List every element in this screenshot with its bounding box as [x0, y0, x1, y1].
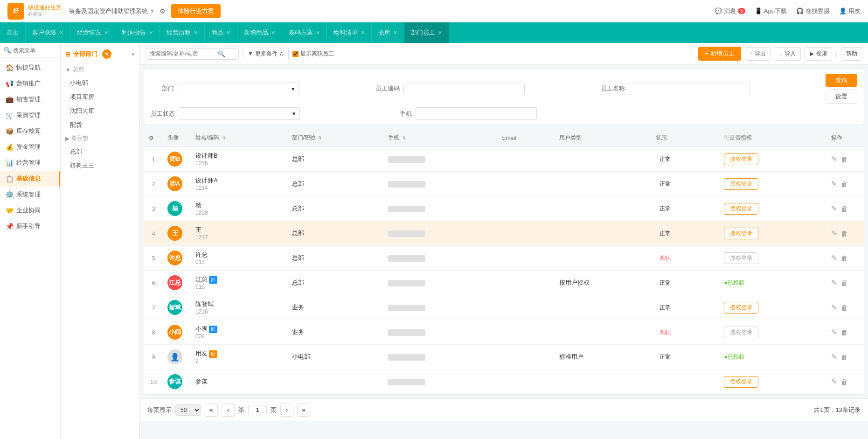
close-icon[interactable]: ✕: [149, 30, 153, 36]
help-button[interactable]: 帮助: [841, 47, 862, 61]
message-button[interactable]: 💬 消息 5: [715, 7, 745, 15]
dept-item-zongbu2[interactable]: 总部: [61, 145, 139, 159]
first-page-button[interactable]: «: [205, 404, 218, 417]
sidebar-item-collab[interactable]: 🤝 企业协同: [0, 202, 60, 218]
user-area[interactable]: 👤 用友: [839, 7, 861, 15]
close-icon[interactable]: ✕: [361, 30, 365, 36]
show-former-checkbox[interactable]: [292, 51, 299, 57]
delete-icon[interactable]: 🗑: [841, 328, 848, 336]
show-former-label[interactable]: 显示离职员工: [292, 50, 334, 58]
close-icon[interactable]: ✕: [393, 30, 397, 36]
edit-icon[interactable]: ✎: [831, 155, 837, 163]
th-phone[interactable]: 手机 ⇅: [383, 129, 497, 147]
edit-icon[interactable]: ✎: [831, 229, 837, 237]
edit-icon[interactable]: ✎: [831, 279, 837, 287]
sidebar-item-sales[interactable]: 💼 销售管理: [0, 91, 60, 107]
page-input[interactable]: [248, 405, 267, 415]
auth-login-button[interactable]: 授权登录: [724, 153, 758, 165]
auth-login-button[interactable]: 授权登录: [724, 376, 758, 388]
trial-button[interactable]: 体验行业方案: [171, 4, 221, 18]
next-page-button[interactable]: ›: [280, 404, 293, 417]
tab-operation[interactable]: 经营情况✕: [70, 22, 115, 43]
name-filter-input[interactable]: [629, 83, 750, 95]
edit-icon[interactable]: ✎: [831, 180, 837, 188]
tab-employee[interactable]: 部门员工✕: [404, 22, 449, 43]
prev-page-button[interactable]: ‹: [222, 404, 235, 417]
export-button[interactable]: ↑ 导出: [745, 47, 771, 61]
edit-icon[interactable]: ✎: [831, 328, 837, 336]
th-name[interactable]: 姓名/编码 ⇅: [191, 129, 287, 147]
close-icon[interactable]: ✕: [104, 30, 108, 36]
online-service-button[interactable]: 🎧 在线客服: [796, 7, 830, 15]
edit-icon[interactable]: ✎: [831, 303, 837, 312]
delete-icon[interactable]: 🗑: [841, 353, 848, 361]
filter-setting-button[interactable]: 设置: [826, 90, 857, 104]
sidebar-item-purchase[interactable]: 🛒 采购管理: [0, 107, 60, 123]
more-conditions-button[interactable]: ▼ 更多条件 ∧: [243, 48, 289, 60]
auth-login-button[interactable]: 授权登录: [724, 228, 758, 239]
gear-icon[interactable]: ⚙: [160, 7, 166, 15]
sidebar-item-system[interactable]: ⚙️ 系统管理: [0, 187, 60, 202]
sidebar-item-management[interactable]: 📊 经营管理: [0, 155, 60, 171]
app-download-button[interactable]: 📱 App下载: [755, 7, 787, 15]
sidebar-item-finance[interactable]: 💰 资金管理: [0, 139, 60, 155]
sidebar-item-basic[interactable]: 📋 基础信息: [0, 171, 60, 187]
sidebar-item-marketing[interactable]: 📢 营销推广: [0, 76, 60, 91]
dept-item-shuangzuo[interactable]: ▶ 双座想: [61, 132, 139, 145]
auth-login-button[interactable]: 授权登录: [724, 302, 758, 314]
edit-dept-icon[interactable]: ✎: [102, 49, 111, 59]
search-input[interactable]: [150, 50, 215, 57]
search-icon[interactable]: 🔍: [218, 50, 225, 57]
tab-add-goods[interactable]: 新增商品✕: [237, 22, 282, 43]
th-dept[interactable]: 部门/职位 ⇅: [287, 129, 384, 147]
sidebar-item-shortcut[interactable]: 🏠 快捷导航: [0, 60, 60, 76]
delete-icon[interactable]: 🗑: [841, 180, 848, 188]
delete-icon[interactable]: 🗑: [841, 230, 848, 237]
phone-filter-input[interactable]: [416, 107, 537, 120]
auth-login-button-disabled[interactable]: 授权登录: [724, 252, 758, 264]
close-icon[interactable]: ✕: [226, 30, 230, 36]
tab-home[interactable]: 首页: [0, 22, 26, 43]
dept-item-peihuo[interactable]: 配货: [61, 118, 139, 132]
delete-icon[interactable]: 🗑: [841, 378, 848, 386]
auth-login-button[interactable]: 授权登录: [724, 178, 758, 190]
auth-login-button-disabled[interactable]: 授权登录: [724, 327, 758, 338]
per-page-select[interactable]: 50 20 100: [175, 404, 201, 416]
import-button[interactable]: ↓ 导入: [775, 47, 801, 61]
close-icon[interactable]: ✕: [316, 30, 320, 36]
close-icon[interactable]: ✕: [438, 30, 442, 36]
last-page-button[interactable]: »: [297, 404, 310, 417]
delete-icon[interactable]: 🗑: [841, 304, 848, 312]
sidebar-item-guide[interactable]: 📌 新手引导: [0, 218, 60, 234]
sidebar-item-inventory[interactable]: 📦 库存核算: [0, 123, 60, 139]
edit-icon[interactable]: ✎: [831, 204, 837, 213]
delete-icon[interactable]: 🗑: [841, 205, 848, 213]
collapse-panel-btn[interactable]: «: [132, 51, 135, 57]
table-gear-icon[interactable]: ⚙: [149, 135, 154, 141]
dept-item-shenyang[interactable]: 沈阳大库: [61, 104, 139, 118]
dept-item-project[interactable]: 项目库房: [61, 90, 139, 104]
tab-bom[interactable]: 物料清单✕: [327, 22, 372, 43]
tab-history[interactable]: 经营历程✕: [160, 22, 205, 43]
dept-item-zhishu[interactable]: 植树王三: [61, 159, 139, 173]
tab-customer[interactable]: 客户联络✕: [26, 22, 70, 43]
close-icon[interactable]: ✕: [194, 30, 198, 36]
delete-icon[interactable]: 🗑: [841, 254, 848, 262]
dept-item-xiaodian[interactable]: 小电部: [61, 76, 139, 90]
edit-icon[interactable]: ✎: [831, 254, 837, 262]
code-filter-input[interactable]: [403, 83, 525, 95]
status-filter-select[interactable]: ▾: [179, 107, 300, 120]
add-employee-button[interactable]: + 新增员工: [698, 47, 741, 61]
dept-group-label-zongbu[interactable]: ▼ 总部: [61, 63, 139, 76]
sidebar-search-input[interactable]: [13, 47, 56, 54]
edit-icon[interactable]: ✎: [831, 377, 837, 386]
tab-goods[interactable]: 商品✕: [205, 22, 237, 43]
query-button[interactable]: 查询: [826, 74, 857, 87]
tab-barcode[interactable]: 条码方案✕: [282, 22, 327, 43]
dept-filter-select[interactable]: ▾: [178, 83, 299, 95]
tab-warehouse[interactable]: 仓库✕: [372, 22, 404, 43]
auth-login-button[interactable]: 授权登录: [724, 203, 758, 215]
delete-icon[interactable]: 🗑: [841, 155, 848, 163]
close-icon[interactable]: ✕: [59, 30, 63, 36]
view-button[interactable]: ▶ 视频: [805, 47, 832, 61]
